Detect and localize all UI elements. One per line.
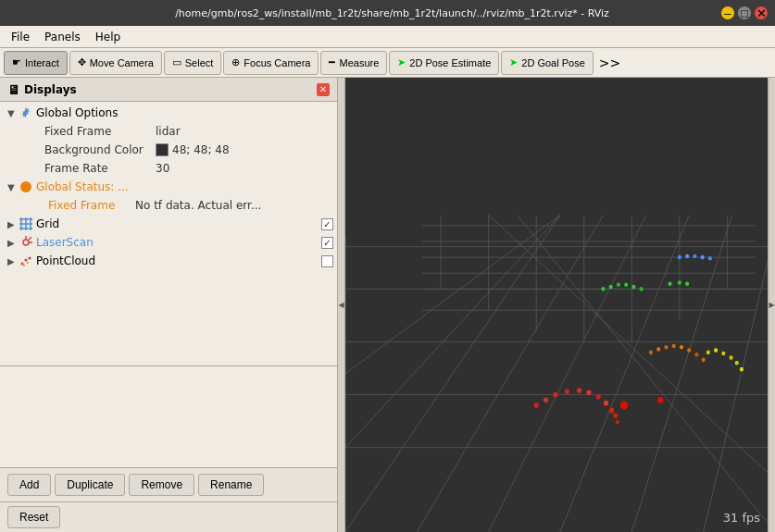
global-options-row[interactable]: ▼ Global Options bbox=[0, 104, 337, 122]
move-camera-button[interactable]: ✥ Move Camera bbox=[69, 51, 162, 75]
svg-point-68 bbox=[721, 352, 725, 356]
svg-point-85 bbox=[708, 256, 712, 261]
bg-color-label: Background Color bbox=[44, 143, 156, 156]
svg-point-54 bbox=[609, 408, 614, 414]
color-swatch[interactable] bbox=[156, 143, 169, 156]
svg-point-6 bbox=[23, 240, 29, 245]
svg-point-13 bbox=[23, 265, 25, 266]
laserscan-row[interactable]: ▶ LaserScan bbox=[0, 233, 337, 252]
select-button[interactable]: ▭ Select bbox=[164, 51, 222, 75]
menu-help[interactable]: Help bbox=[88, 29, 128, 45]
interact-label: Interact bbox=[25, 57, 59, 68]
frame-rate-value: 30 bbox=[156, 162, 169, 175]
reset-row: Reset bbox=[0, 501, 337, 532]
global-status-label: Global Status: ... bbox=[36, 180, 333, 193]
grid-checkbox[interactable] bbox=[321, 218, 333, 230]
svg-point-83 bbox=[693, 254, 696, 259]
left-collapse-handle[interactable]: ◀ bbox=[338, 78, 345, 532]
svg-point-76 bbox=[631, 285, 635, 290]
svg-point-66 bbox=[706, 351, 710, 355]
fixed-frame-row[interactable]: Fixed Frame lidar bbox=[0, 122, 337, 141]
select-label: Select bbox=[185, 57, 214, 68]
bottom-panel bbox=[0, 365, 337, 467]
window-title: /home/gmb/ros2_ws/install/mb_1r2t/share/… bbox=[63, 7, 721, 19]
svg-point-52 bbox=[596, 394, 601, 400]
rename-button[interactable]: Rename bbox=[198, 474, 264, 496]
svg-point-56 bbox=[616, 420, 619, 425]
svg-point-65 bbox=[702, 358, 706, 363]
interact-button[interactable]: ☛ Interact bbox=[4, 51, 68, 75]
svg-point-47 bbox=[544, 397, 548, 402]
ff-status-value: No tf data. Actual err... bbox=[135, 199, 261, 212]
gear-icon bbox=[19, 105, 33, 120]
toolbar: ☛ Interact ✥ Move Camera ▭ Select ⊕ Focu… bbox=[0, 48, 775, 78]
remove-button[interactable]: Remove bbox=[129, 474, 194, 496]
frame-rate-row[interactable]: Frame Rate 30 bbox=[0, 159, 337, 178]
fixed-frame-status-row[interactable]: Fixed Frame No tf data. Actual err... bbox=[0, 196, 337, 215]
focus-camera-button[interactable]: ⊕ Focus Camera bbox=[223, 51, 319, 75]
hand-icon: ☛ bbox=[12, 56, 21, 68]
menu-file[interactable]: File bbox=[4, 29, 37, 45]
svg-point-80 bbox=[685, 281, 689, 286]
toolbar-more[interactable]: >> bbox=[595, 53, 624, 73]
pointcloud-checkbox[interactable] bbox=[321, 255, 333, 267]
svg-point-10 bbox=[21, 263, 24, 266]
global-status-row[interactable]: ▼ Global Status: ... bbox=[0, 178, 337, 196]
3d-viewport[interactable]: 31 fps ▶ bbox=[345, 78, 775, 532]
pointcloud-label: PointCloud bbox=[36, 254, 321, 267]
global-options-label: Global Options bbox=[36, 106, 333, 119]
svg-point-74 bbox=[617, 283, 620, 288]
expand-pointcloud[interactable]: ▶ bbox=[7, 256, 19, 266]
pose-estimate-button[interactable]: ➤ 2D Pose Estimate bbox=[389, 51, 499, 75]
ff-status-label: Fixed Frame bbox=[48, 199, 131, 212]
svg-line-8 bbox=[29, 237, 31, 240]
add-button[interactable]: Add bbox=[7, 474, 51, 496]
left-panel: 🖥 Displays ✕ ▼ Global Options Fixed bbox=[0, 78, 338, 532]
focus-camera-label: Focus Camera bbox=[244, 57, 310, 68]
svg-point-58 bbox=[649, 351, 653, 355]
svg-point-70 bbox=[735, 361, 739, 365]
frame-rate-label: Frame Rate bbox=[44, 162, 156, 175]
grid-visualization bbox=[345, 78, 775, 532]
window-controls[interactable]: – □ ✕ bbox=[721, 6, 768, 19]
displays-close-button[interactable]: ✕ bbox=[317, 83, 330, 96]
reset-button[interactable]: Reset bbox=[7, 506, 60, 528]
expand-laserscan[interactable]: ▶ bbox=[7, 238, 19, 248]
status-icon bbox=[19, 179, 33, 194]
svg-point-77 bbox=[640, 287, 644, 291]
expand-global-status[interactable]: ▼ bbox=[7, 182, 19, 192]
move-camera-label: Move Camera bbox=[90, 57, 154, 68]
grid-row[interactable]: ▶ Grid bbox=[0, 215, 337, 233]
close-button[interactable]: ✕ bbox=[755, 6, 768, 19]
minimize-button[interactable]: – bbox=[721, 6, 734, 19]
maximize-button[interactable]: □ bbox=[738, 6, 751, 19]
right-collapse-handle[interactable]: ▶ bbox=[768, 78, 775, 532]
goal-icon: ➤ bbox=[509, 56, 518, 68]
laserscan-checkbox[interactable] bbox=[321, 237, 333, 249]
right-panel: 31 fps ▶ bbox=[345, 78, 775, 532]
expand-grid[interactable]: ▶ bbox=[7, 219, 19, 229]
pointcloud-row[interactable]: ▶ PointCloud bbox=[0, 252, 337, 270]
fps-display: 31 fps bbox=[723, 511, 760, 525]
svg-point-84 bbox=[701, 255, 705, 260]
grid-label: Grid bbox=[36, 217, 321, 230]
duplicate-button[interactable]: Duplicate bbox=[55, 474, 125, 496]
expand-global-options[interactable]: ▼ bbox=[7, 108, 19, 118]
svg-point-59 bbox=[656, 347, 660, 352]
svg-point-14 bbox=[27, 262, 29, 264]
menu-panels[interactable]: Panels bbox=[37, 29, 88, 45]
fixed-frame-value: lidar bbox=[156, 125, 181, 138]
fixed-frame-label: Fixed Frame bbox=[44, 125, 156, 138]
pose-icon: ➤ bbox=[397, 56, 406, 68]
measure-button[interactable]: ━ Measure bbox=[320, 51, 387, 75]
svg-point-60 bbox=[664, 345, 668, 350]
svg-point-69 bbox=[730, 355, 733, 360]
bg-color-value: 48; 48; 48 bbox=[156, 143, 230, 156]
goal-pose-button[interactable]: ➤ 2D Goal Pose bbox=[501, 51, 593, 75]
grid-icon bbox=[19, 217, 33, 231]
displays-header: 🖥 Displays ✕ bbox=[0, 78, 337, 102]
svg-point-63 bbox=[687, 348, 691, 353]
svg-point-12 bbox=[29, 257, 31, 260]
svg-point-79 bbox=[678, 280, 681, 285]
background-color-row[interactable]: Background Color 48; 48; 48 bbox=[0, 141, 337, 159]
